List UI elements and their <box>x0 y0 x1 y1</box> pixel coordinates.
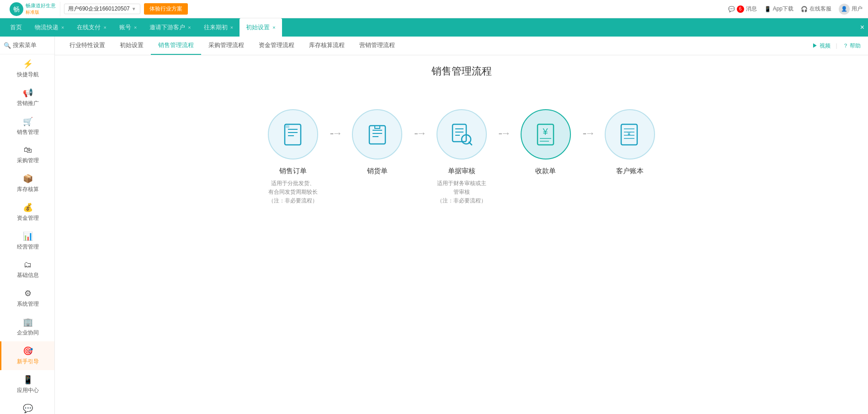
flow-circle-sales-invoice <box>352 109 402 159</box>
tab-payment-label: 在线支付 <box>77 23 101 32</box>
flow-label-customer-ledger: 客户账本 <box>616 167 644 175</box>
tab-home[interactable]: 首页 <box>4 18 28 37</box>
subtab-inventory-flow[interactable]: 库存核算流程 <box>302 37 352 55</box>
flow-item-sales-invoice: 销货单 <box>341 109 414 179</box>
divider: | <box>836 42 837 49</box>
tab-invite-close[interactable]: × <box>188 25 191 30</box>
flow-diagram: 销售订单 适用于分批发货、 有合同发货周期较长 （注：非必要流程） ···→ <box>64 100 859 215</box>
page-title: 销售管理流程 <box>64 64 859 78</box>
tab-period[interactable]: 往来期初 × <box>197 18 240 37</box>
sidebar-item-quick-nav[interactable]: ⚡ 快捷导航 <box>0 54 54 83</box>
svg-line-16 <box>469 142 472 145</box>
search-icon: 🔍 <box>4 42 11 49</box>
tab-logistics-close[interactable]: × <box>61 25 64 30</box>
nav-tabs: 首页 物流快递 × 在线支付 × 账号 × 邀请下游客户 × 往来期初 × 初始… <box>0 18 868 37</box>
finance-icon: 💰 <box>23 202 33 212</box>
sidebar-item-label: 采购管理 <box>17 157 39 165</box>
flow-arrow-3: ···→ <box>498 109 509 139</box>
subtab-sales-flow[interactable]: 销售管理流程 <box>151 37 201 55</box>
page-content: 销售管理流程 销售订单 适用于分批发货、 有合 <box>55 55 868 414</box>
user-selector[interactable]: 用户690企业1660120507 ▼ <box>64 4 140 14</box>
flow-label-audit: 单据审核 <box>448 167 475 175</box>
tab-invite-label: 邀请下游客户 <box>149 23 185 32</box>
wechat-icon: 💬 <box>23 403 33 414</box>
sidebar-item-wechat[interactable]: 💬 企业微信 <box>0 399 54 414</box>
sidebar-item-label: 应用中心 <box>17 387 39 394</box>
sidebar: 🔍 搜索菜单 ⚡ 快捷导航 📢 营销推广 🛒 销售管理 🛍 采购管理 📦 库存核… <box>0 37 55 414</box>
flow-label-sales-invoice: 销货单 <box>367 167 388 175</box>
logo-area: 畅 畅康道好生意 标准版 <box>5 2 60 16</box>
sidebar-item-label: 快捷导航 <box>17 71 39 79</box>
sidebar-item-system[interactable]: ⚙ 系统管理 <box>0 284 54 313</box>
sidebar-item-label: 基础信息 <box>17 271 39 279</box>
download-icon: 📱 <box>764 6 771 12</box>
sidebar-item-finance[interactable]: 💰 资金管理 <box>0 198 54 227</box>
flow-arrow-1: ···→ <box>330 109 341 139</box>
sidebar-item-guide[interactable]: 🎯 新手引导 <box>0 341 54 370</box>
help-link[interactable]: ？ 帮助 <box>843 42 861 50</box>
subtab-marketing-flow[interactable]: 营销管理流程 <box>352 37 402 55</box>
sidebar-item-label: 系统管理 <box>17 300 39 308</box>
sub-tabs-right: ▶ 视频 | ？ 帮助 <box>812 42 861 50</box>
message-icon: 💬 <box>728 6 735 12</box>
tab-payment[interactable]: 在线支付 × <box>70 18 112 37</box>
flow-desc-audit: 适用于财务审核或主 管审核 （注：非必要流程） <box>437 179 486 206</box>
enterprise-icon: 🏢 <box>23 317 33 327</box>
sidebar-item-base[interactable]: 🗂 基础信息 <box>0 255 54 284</box>
sidebar-item-inventory[interactable]: 📦 库存核算 <box>0 169 54 198</box>
flow-circle-audit <box>437 109 487 159</box>
tab-logistics-label: 物流快递 <box>35 23 59 32</box>
subtab-fund-flow[interactable]: 资金管理流程 <box>251 37 302 55</box>
sidebar-item-marketing[interactable]: 📢 营销推广 <box>0 83 54 112</box>
subtab-industry[interactable]: 行业特性设置 <box>62 37 112 55</box>
tab-init[interactable]: 初始设置 × <box>240 18 282 37</box>
flow-circle-sales-order <box>268 109 318 159</box>
message-label: 消息 <box>746 5 757 13</box>
search-menu[interactable]: 🔍 搜索菜单 <box>0 37 54 54</box>
trial-button[interactable]: 体验行业方案 <box>144 3 188 15</box>
tab-account-close[interactable]: × <box>134 25 137 30</box>
tab-init-close[interactable]: × <box>272 25 275 30</box>
flow-item-receipt: ¥ 收款单 <box>509 109 582 179</box>
user-avatar[interactable]: 👤 用户 <box>839 4 863 15</box>
tab-home-label: 首页 <box>10 23 22 32</box>
flow-item-sales-order: 销售订单 适用于分批发货、 有合同发货周期较长 （注：非必要流程） <box>256 109 330 206</box>
system-icon: ⚙ <box>24 288 32 298</box>
sidebar-item-sales[interactable]: 🛒 销售管理 <box>0 112 54 141</box>
svg-rect-11 <box>453 124 466 142</box>
marketing-icon: 📢 <box>23 88 33 98</box>
content-area: 行业特性设置 初始设置 销售管理流程 采购管理流程 资金管理流程 库存核算流程 … <box>55 37 868 414</box>
subtab-init[interactable]: 初始设置 <box>112 37 151 55</box>
app-center-icon: 📱 <box>23 375 33 385</box>
sidebar-item-app-center[interactable]: 📱 应用中心 <box>0 370 54 399</box>
sub-tabs: 行业特性设置 初始设置 销售管理流程 采购管理流程 资金管理流程 库存核算流程 … <box>55 37 868 55</box>
tab-account[interactable]: 账号 × <box>113 18 143 37</box>
online-service-button[interactable]: 🎧 在线客服 <box>801 5 831 13</box>
close-all-tabs[interactable]: × <box>860 23 864 32</box>
user-label: 用户690企业1660120507 <box>68 5 130 13</box>
tab-payment-close[interactable]: × <box>103 25 106 30</box>
tab-invite[interactable]: 邀请下游客户 × <box>143 18 197 37</box>
message-button[interactable]: 💬 6 消息 <box>728 5 757 13</box>
quick-nav-icon: ⚡ <box>23 59 33 69</box>
purchase-icon: 🛍 <box>24 145 32 155</box>
flow-item-audit: 单据审核 适用于财务审核或主 管审核 （注：非必要流程） <box>425 109 498 206</box>
subtab-purchase-flow[interactable]: 采购管理流程 <box>201 37 251 55</box>
sidebar-item-label: 营销推广 <box>17 100 39 107</box>
sidebar-item-label: 新手引导 <box>17 358 39 366</box>
flow-item-customer-ledger: ¥ 客户账本 <box>593 109 666 179</box>
headset-icon: 🎧 <box>801 6 808 12</box>
main-layout: 🔍 搜索菜单 ⚡ 快捷导航 📢 营销推广 🛒 销售管理 🛍 采购管理 📦 库存核… <box>0 37 868 414</box>
tab-account-label: 账号 <box>119 23 131 32</box>
sidebar-item-enterprise[interactable]: 🏢 企业协同 <box>0 313 54 341</box>
app-download-button[interactable]: 📱 App下载 <box>764 5 793 13</box>
video-link[interactable]: ▶ 视频 <box>812 42 830 50</box>
flow-label-sales-order: 销售订单 <box>279 167 307 175</box>
flow-label-receipt: 收款单 <box>535 167 556 175</box>
svg-text:畅: 畅 <box>13 5 20 13</box>
tab-logistics[interactable]: 物流快递 × <box>28 18 70 37</box>
sidebar-item-operation[interactable]: 📊 经营管理 <box>0 227 54 255</box>
sidebar-item-purchase[interactable]: 🛍 采购管理 <box>0 141 54 169</box>
base-icon: 🗂 <box>24 260 32 270</box>
tab-period-close[interactable]: × <box>230 25 233 30</box>
